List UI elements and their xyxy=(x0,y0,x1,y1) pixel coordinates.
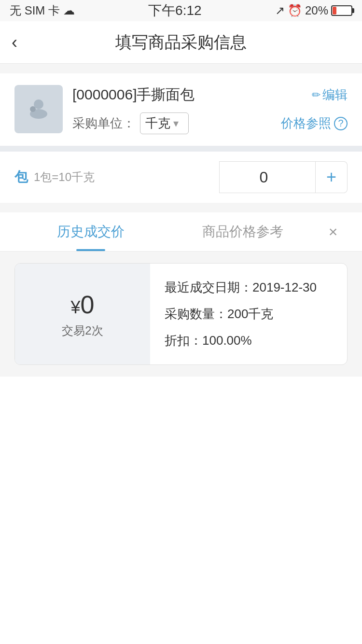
battery-text: 20% xyxy=(305,4,328,17)
edit-button[interactable]: ✏ 编辑 xyxy=(312,86,348,103)
purchase-qty-row: 采购数量：200千克 xyxy=(165,305,333,323)
discount-value: 100.00% xyxy=(202,333,252,348)
edit-icon: ✏ xyxy=(312,89,320,101)
quantity-plus-button[interactable]: + xyxy=(316,161,348,193)
quantity-input-group: + xyxy=(219,161,348,193)
price-right-panel: 最近成交日期：2019-12-30 采购数量：200千克 折扣：100.00% xyxy=(150,264,347,364)
tab-price-reference[interactable]: 商品价格参考 xyxy=(167,212,319,251)
edit-label: 编辑 xyxy=(322,86,348,103)
svg-point-2 xyxy=(30,106,36,112)
purchase-qty-value: 200千克 xyxy=(227,307,273,321)
unit-conversion: 1包=10千克 xyxy=(34,169,95,185)
section-divider xyxy=(0,146,362,152)
status-time: 下午6:12 xyxy=(148,1,202,20)
price-amount: ¥0 xyxy=(71,290,95,319)
tab-bar: 历史成交价 商品价格参考 × xyxy=(0,212,362,252)
nav-bar: ‹ 填写商品采购信息 xyxy=(0,21,362,64)
price-left-panel: ¥0 交易2次 xyxy=(15,264,150,364)
trade-count: 交易2次 xyxy=(62,323,103,338)
currency-symbol: ¥ xyxy=(71,297,81,317)
unit-label: 采购单位： 千克 xyxy=(72,112,189,134)
tab-underline xyxy=(76,249,105,251)
unit-info: 包 1包=10千克 xyxy=(14,168,95,186)
alarm-icon: ⏰ xyxy=(288,4,302,17)
unit-icon: 包 xyxy=(14,168,28,186)
quantity-row: 包 1包=10千克 + xyxy=(0,152,362,203)
discount-label: 折扣： xyxy=(165,333,202,348)
page-title: 填写商品采购信息 xyxy=(115,31,247,54)
recent-date-row: 最近成交日期：2019-12-30 xyxy=(165,278,333,297)
recent-date-label: 最近成交日期： xyxy=(165,280,252,294)
discount-row: 折扣：100.00% xyxy=(165,331,333,350)
location-icon: ↗ xyxy=(275,4,285,17)
price-card: ¥0 交易2次 最近成交日期：2019-12-30 采购数量：200千克 折扣：… xyxy=(14,263,348,365)
product-header: [0000006]手撕面包 ✏ 编辑 xyxy=(72,85,348,105)
price-ref-label: 价格参照 xyxy=(281,115,331,132)
back-button[interactable]: ‹ xyxy=(12,32,17,53)
product-card: [0000006]手撕面包 ✏ 编辑 采购单位： 千克 价格参照 ? xyxy=(0,73,362,146)
status-left: 无 SIM 卡 ☁ xyxy=(10,3,75,18)
status-right: ↗ ⏰ 20% xyxy=(275,4,352,17)
purchase-qty-label: 采购数量： xyxy=(165,307,227,321)
product-unit-row: 采购单位： 千克 价格参照 ? xyxy=(72,112,348,134)
help-icon: ? xyxy=(334,117,348,130)
unit-select[interactable]: 千克 xyxy=(140,112,189,134)
product-name: [0000006]手撕面包 xyxy=(72,85,195,105)
price-ref-button[interactable]: 价格参照 ? xyxy=(281,115,348,132)
recent-date-value: 2019-12-30 xyxy=(252,280,317,294)
product-info: [0000006]手撕面包 ✏ 编辑 采购单位： 千克 价格参照 ? xyxy=(72,85,348,134)
quantity-input[interactable] xyxy=(219,161,316,193)
page-rest xyxy=(0,377,362,644)
status-bar: 无 SIM 卡 ☁ 下午6:12 ↗ ⏰ 20% xyxy=(0,0,362,21)
product-image xyxy=(14,85,63,133)
price-section: ¥0 交易2次 最近成交日期：2019-12-30 采购数量：200千克 折扣：… xyxy=(0,252,362,377)
tab-close-button[interactable]: × xyxy=(319,212,348,251)
signal-text: 无 SIM 卡 ☁ xyxy=(10,3,75,18)
tab-history-price[interactable]: 历史成交价 xyxy=(14,212,167,251)
battery-icon xyxy=(331,5,352,16)
